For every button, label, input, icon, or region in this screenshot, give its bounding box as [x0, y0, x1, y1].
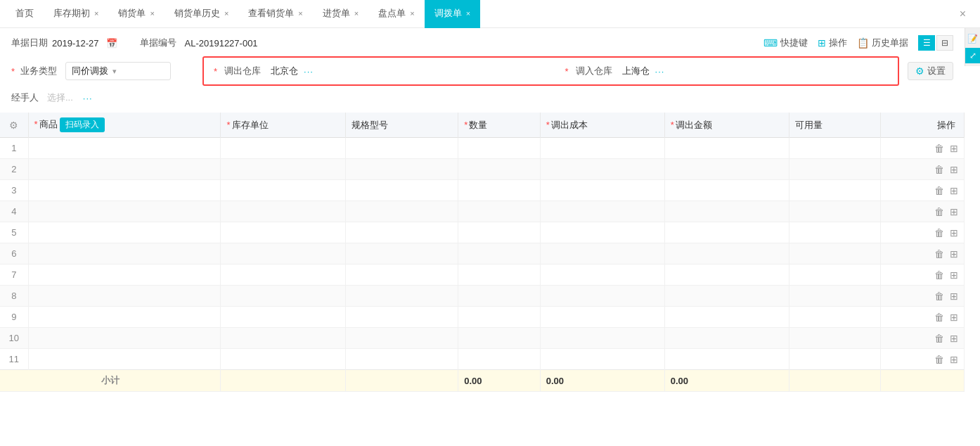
tab-sales-order-close[interactable]: ×: [150, 9, 154, 18]
tab-inventory-check-close[interactable]: ×: [410, 9, 414, 18]
row-qty-6[interactable]: [458, 243, 541, 265]
list-view-button[interactable]: ☰: [918, 35, 935, 51]
row-unit-5[interactable]: [221, 222, 345, 243]
row-unit-9[interactable]: [221, 307, 345, 328]
copy-icon-7[interactable]: ⊞: [950, 269, 958, 281]
row-product-11[interactable]: [28, 349, 221, 370]
row-unit-2[interactable]: [221, 159, 345, 180]
row-unit-8[interactable]: [221, 286, 345, 307]
row-cost-1[interactable]: [540, 138, 664, 159]
transfer-in-more-button[interactable]: ···: [655, 66, 665, 77]
tab-bar-close-button[interactable]: ×: [951, 8, 974, 20]
row-unit-7[interactable]: [221, 265, 345, 286]
row-amount-6[interactable]: [664, 243, 789, 265]
row-amount-9[interactable]: [664, 307, 789, 328]
row-amount-3[interactable]: [664, 180, 789, 201]
row-amount-1[interactable]: [664, 138, 789, 159]
shortcut-button[interactable]: ⌨ 快捷键: [763, 37, 808, 49]
row-spec-1[interactable]: [345, 138, 458, 159]
copy-icon-3[interactable]: ⊞: [950, 185, 958, 196]
handler-placeholder[interactable]: 选择...: [47, 91, 73, 104]
calendar-icon[interactable]: 📅: [106, 38, 117, 49]
row-qty-10[interactable]: [458, 328, 541, 349]
tab-home[interactable]: 首页: [6, 0, 44, 28]
row-spec-6[interactable]: [345, 243, 458, 265]
history-button[interactable]: 📋 历史单据: [857, 37, 908, 49]
row-spec-9[interactable]: [345, 307, 458, 328]
row-cost-6[interactable]: [540, 243, 664, 265]
tab-sales-history-close[interactable]: ×: [224, 9, 228, 18]
table-gear-header[interactable]: ⚙: [0, 113, 28, 138]
delete-icon-4[interactable]: 🗑: [934, 206, 944, 217]
row-qty-7[interactable]: [458, 265, 541, 286]
copy-icon-11[interactable]: ⊞: [950, 354, 958, 365]
copy-icon-4[interactable]: ⊞: [950, 206, 958, 217]
tab-purchase[interactable]: 进货单 ×: [313, 0, 368, 28]
delete-icon-5[interactable]: 🗑: [934, 227, 944, 238]
delete-icon-10[interactable]: 🗑: [934, 333, 944, 344]
row-qty-9[interactable]: [458, 307, 541, 328]
delete-icon-7[interactable]: 🗑: [934, 269, 944, 281]
tab-inventory-check[interactable]: 盘点单 ×: [368, 0, 424, 28]
row-spec-11[interactable]: [345, 349, 458, 370]
settings-button[interactable]: ⚙ 设置: [908, 62, 953, 80]
row-cost-8[interactable]: [540, 286, 664, 307]
row-amount-5[interactable]: [664, 222, 789, 243]
tab-view-sales-close[interactable]: ×: [298, 9, 302, 18]
row-qty-8[interactable]: [458, 286, 541, 307]
row-product-4[interactable]: [28, 201, 221, 222]
delete-icon-8[interactable]: 🗑: [934, 291, 944, 302]
tab-sales-order[interactable]: 销货单 ×: [108, 0, 164, 28]
row-unit-1[interactable]: [221, 138, 345, 159]
row-spec-8[interactable]: [345, 286, 458, 307]
grid-view-button[interactable]: ⊟: [936, 35, 953, 51]
row-product-9[interactable]: [28, 307, 221, 328]
row-product-8[interactable]: [28, 286, 221, 307]
delete-icon-3[interactable]: 🗑: [934, 185, 944, 196]
row-cost-10[interactable]: [540, 328, 664, 349]
row-unit-6[interactable]: [221, 243, 345, 265]
row-unit-10[interactable]: [221, 328, 345, 349]
row-unit-4[interactable]: [221, 201, 345, 222]
row-spec-10[interactable]: [345, 328, 458, 349]
tab-purchase-close[interactable]: ×: [354, 9, 359, 18]
row-qty-4[interactable]: [458, 201, 541, 222]
tab-view-sales[interactable]: 查看销货单 ×: [238, 0, 312, 28]
copy-icon-1[interactable]: ⊞: [950, 143, 958, 154]
delete-icon-9[interactable]: 🗑: [934, 312, 944, 323]
row-product-2[interactable]: [28, 159, 221, 180]
copy-icon-9[interactable]: ⊞: [950, 312, 958, 323]
row-qty-1[interactable]: [458, 138, 541, 159]
tab-inventory-init[interactable]: 库存期初 ×: [44, 0, 108, 28]
delete-icon-2[interactable]: 🗑: [934, 164, 944, 175]
row-amount-7[interactable]: [664, 265, 789, 286]
row-cost-3[interactable]: [540, 180, 664, 201]
row-amount-11[interactable]: [664, 349, 789, 370]
row-spec-5[interactable]: [345, 222, 458, 243]
business-type-select[interactable]: 同价调拨 ▾: [65, 62, 171, 80]
row-product-3[interactable]: [28, 180, 221, 201]
row-qty-2[interactable]: [458, 159, 541, 180]
row-unit-11[interactable]: [221, 349, 345, 370]
row-product-6[interactable]: [28, 243, 221, 265]
sidebar-expand-icon[interactable]: ⤢: [965, 48, 981, 63]
row-qty-5[interactable]: [458, 222, 541, 243]
row-qty-3[interactable]: [458, 180, 541, 201]
copy-icon-6[interactable]: ⊞: [950, 248, 958, 260]
row-cost-11[interactable]: [540, 349, 664, 370]
delete-icon-1[interactable]: 🗑: [934, 143, 944, 154]
row-cost-7[interactable]: [540, 265, 664, 286]
row-cost-9[interactable]: [540, 307, 664, 328]
row-spec-2[interactable]: [345, 159, 458, 180]
tab-transfer[interactable]: 调拨单 ×: [425, 0, 480, 28]
row-spec-7[interactable]: [345, 265, 458, 286]
row-product-10[interactable]: [28, 328, 221, 349]
row-cost-5[interactable]: [540, 222, 664, 243]
transfer-out-more-button[interactable]: ···: [304, 66, 314, 77]
copy-icon-8[interactable]: ⊞: [950, 291, 958, 302]
row-product-5[interactable]: [28, 222, 221, 243]
row-qty-11[interactable]: [458, 349, 541, 370]
row-amount-8[interactable]: [664, 286, 789, 307]
row-amount-4[interactable]: [664, 201, 789, 222]
row-cost-4[interactable]: [540, 201, 664, 222]
